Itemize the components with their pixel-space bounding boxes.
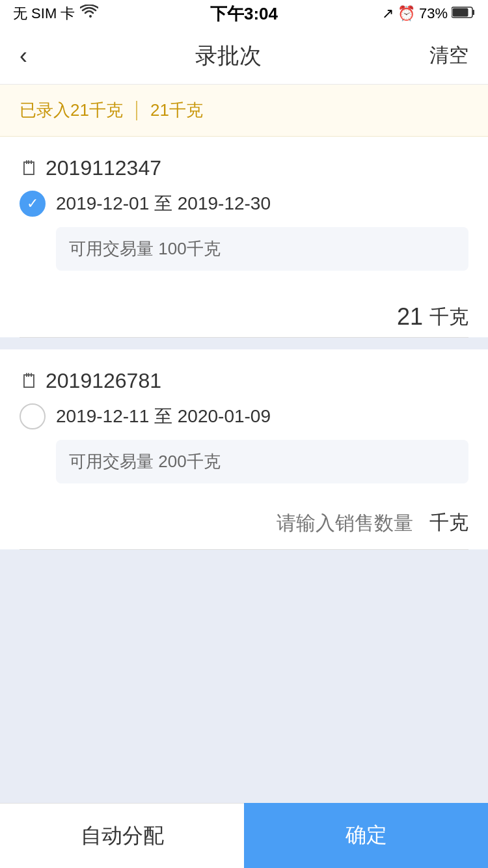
batch1-check-icon: ✓	[27, 197, 38, 211]
svg-rect-1	[472, 10, 474, 15]
wifi-icon	[80, 5, 98, 23]
batch-item-2: 🗒 2019126781 2019-12-11 至 2020-01-09 可用交…	[0, 349, 488, 503]
status-time: 下午3:04	[210, 3, 278, 25]
banner-divider	[136, 101, 137, 120]
batch2-icon: 🗒	[20, 370, 39, 392]
info-banner: 已录入21千克 21千克	[0, 85, 488, 137]
batch1-available-text: 可用交易量 100千克	[69, 239, 221, 258]
batch-item-1: 🗒 2019112347 ✓ 2019-12-01 至 2019-12-30 可…	[0, 137, 488, 290]
bottom-buttons: 自动分配 确定	[0, 803, 488, 868]
no-sim-text: 无 SIM 卡	[13, 4, 75, 23]
batch2-radio[interactable]	[20, 403, 46, 429]
location-icon: ↗	[382, 5, 394, 22]
recorded-amount-label: 已录入21千克	[20, 99, 123, 122]
nav-bar: ‹ 录批次 清空	[0, 27, 488, 85]
batch1-amount-unit: 千克	[429, 304, 468, 331]
battery-percent: 73%	[419, 5, 448, 22]
batch1-header: 🗒 2019112347	[20, 156, 468, 180]
svg-rect-2	[453, 8, 468, 17]
confirm-button[interactable]: 确定	[244, 803, 488, 868]
status-bar: 无 SIM 卡 下午3:04 ↗ ⏰ 73%	[0, 0, 488, 27]
battery-icon	[452, 5, 475, 22]
status-right: ↗ ⏰ 73%	[382, 5, 475, 22]
batch1-date: 2019-12-01 至 2019-12-30	[56, 191, 271, 216]
batch2-amount-input[interactable]	[176, 512, 423, 534]
batch1-radio[interactable]: ✓	[20, 191, 46, 217]
batch2-available-text: 可用交易量 200千克	[69, 452, 221, 471]
batch2-amount-unit: 千克	[429, 509, 468, 536]
batch2-date: 2019-12-11 至 2020-01-09	[56, 404, 271, 429]
page-title: 录批次	[195, 41, 262, 71]
batch2-available-box: 可用交易量 200千克	[56, 440, 468, 483]
batch1-icon: 🗒	[20, 157, 39, 180]
batch2-id: 2019126781	[46, 369, 161, 393]
batch2-date-row[interactable]: 2019-12-11 至 2020-01-09	[20, 403, 468, 429]
auto-distribute-button[interactable]: 自动分配	[0, 803, 244, 868]
batch1-available-box: 可用交易量 100千克	[56, 227, 468, 271]
batch1-amount-value: 21	[397, 303, 423, 331]
empty-area	[0, 550, 488, 836]
amount-value-display: 21千克	[150, 99, 203, 122]
batch1-date-row[interactable]: ✓ 2019-12-01 至 2019-12-30	[20, 191, 468, 217]
back-button[interactable]: ‹	[20, 44, 27, 68]
section-divider	[0, 338, 488, 349]
batch2-header: 🗒 2019126781	[20, 369, 468, 393]
batch2-amount-row[interactable]: 千克	[0, 503, 488, 549]
status-left: 无 SIM 卡	[13, 4, 98, 23]
alarm-icon: ⏰	[398, 5, 415, 22]
clear-button[interactable]: 清空	[429, 42, 468, 69]
batch1-amount-row: 21 千克	[0, 290, 488, 337]
batch1-id: 2019112347	[46, 156, 161, 180]
